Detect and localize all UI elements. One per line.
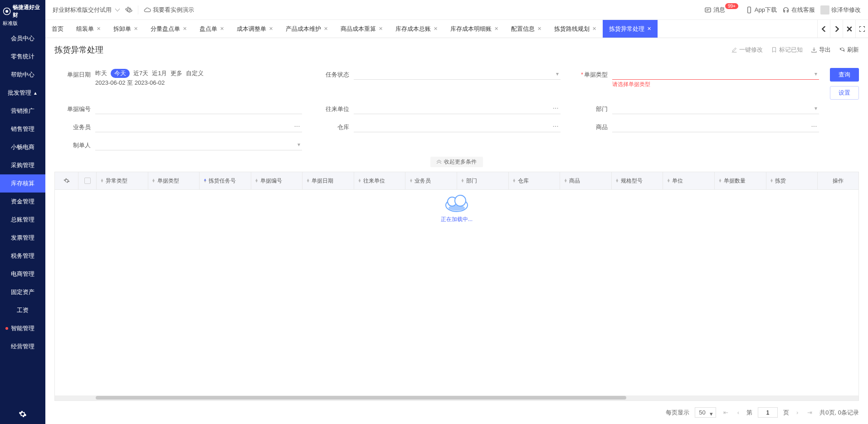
- tab-10[interactable]: 配置信息✕: [505, 20, 548, 38]
- date-shortcut[interactable]: 自定义: [186, 69, 204, 77]
- collapse-filters-button[interactable]: 收起更多条件: [430, 157, 483, 167]
- tab-close-icon[interactable]: ✕: [324, 26, 328, 32]
- tab-close-icon[interactable]: ✕: [97, 26, 101, 32]
- mark-read-button[interactable]: 标记已知: [771, 46, 803, 54]
- close-all-tabs[interactable]: [843, 20, 855, 38]
- tab-close-icon[interactable]: ✕: [183, 26, 187, 32]
- sidebar-item-5[interactable]: 销售管理: [0, 120, 45, 138]
- tab-close-icon[interactable]: ✕: [647, 26, 651, 32]
- sort-icon[interactable]: ▲▼: [667, 179, 670, 183]
- sidebar-item-11[interactable]: 发票管理: [0, 229, 45, 247]
- demo-button[interactable]: 我要看实例演示: [144, 6, 194, 14]
- support-button[interactable]: 在线客服: [782, 6, 815, 14]
- app-title-dropdown[interactable]: 好业财标准版交付试用: [53, 6, 120, 14]
- tab-close-icon[interactable]: ✕: [434, 26, 438, 32]
- sidebar-item-12[interactable]: 税务管理: [0, 247, 45, 265]
- product-input[interactable]: [612, 121, 819, 132]
- date-shortcut[interactable]: 更多: [171, 69, 182, 77]
- user-menu[interactable]: 徐泽华修改: [820, 5, 861, 14]
- tab-4[interactable]: 盘点单✕: [193, 20, 230, 38]
- ellipsis-icon[interactable]: ···: [294, 123, 300, 130]
- column-header[interactable]: ▲▼业务员: [405, 172, 457, 189]
- creator-select[interactable]: [95, 140, 302, 150]
- chevron-down-icon[interactable]: ▾: [297, 141, 300, 148]
- tab-9[interactable]: 库存成本明细账✕: [444, 20, 505, 38]
- column-header[interactable]: ▲▼拣货: [766, 172, 818, 189]
- sidebar-item-10[interactable]: 总账管理: [0, 211, 45, 229]
- sidebar-item-8[interactable]: 库存核算: [0, 174, 45, 193]
- chevron-down-icon[interactable]: ▾: [814, 71, 817, 77]
- ellipsis-icon[interactable]: ···: [553, 123, 559, 130]
- tab-12[interactable]: 拣货异常处理✕: [603, 20, 658, 38]
- query-button[interactable]: 查询: [830, 68, 859, 82]
- sidebar-item-0[interactable]: 会员中心: [0, 29, 45, 48]
- page-first-button[interactable]: ⇤: [722, 409, 730, 416]
- page-prev-button[interactable]: ‹: [736, 409, 741, 416]
- sort-icon[interactable]: ▲▼: [615, 179, 619, 183]
- tab-3[interactable]: 分量盘点单✕: [144, 20, 193, 38]
- tab-6[interactable]: 产品成本维护✕: [279, 20, 334, 38]
- date-shortcut[interactable]: 昨天: [95, 69, 107, 77]
- doc-type-select[interactable]: [612, 69, 819, 80]
- sort-icon[interactable]: ▲▼: [409, 179, 413, 183]
- sort-icon[interactable]: ▲▼: [718, 179, 722, 183]
- tab-5[interactable]: 成本调整单✕: [230, 20, 279, 38]
- column-header[interactable]: ▲▼规格型号: [612, 172, 663, 189]
- sort-icon[interactable]: ▲▼: [564, 179, 567, 183]
- warehouse-input[interactable]: [354, 121, 561, 132]
- sort-icon[interactable]: ▲▼: [255, 179, 258, 183]
- tab-close-icon[interactable]: ✕: [379, 26, 383, 32]
- doc-no-input[interactable]: [95, 103, 302, 114]
- sort-icon[interactable]: ▲▼: [461, 179, 464, 183]
- sort-icon[interactable]: ▲▼: [152, 179, 156, 183]
- sidebar-item-16[interactable]: 智能管理: [0, 319, 45, 337]
- chevron-down-icon[interactable]: ▾: [814, 105, 817, 111]
- sort-icon[interactable]: ▲▼: [770, 179, 774, 183]
- date-shortcut[interactable]: 近1月: [152, 69, 167, 77]
- batch-edit-button[interactable]: 一键修改: [731, 46, 763, 54]
- page-next-button[interactable]: ›: [795, 409, 800, 416]
- per-page-select[interactable]: 50 ▾: [695, 407, 716, 418]
- fullscreen-button[interactable]: [855, 20, 868, 38]
- messages-button[interactable]: 消息 99+: [704, 6, 740, 14]
- select-all-checkbox[interactable]: [78, 172, 97, 189]
- task-status-select[interactable]: [354, 69, 561, 80]
- ellipsis-icon[interactable]: ···: [553, 105, 559, 111]
- column-header[interactable]: ▲▼单据日期: [302, 172, 354, 189]
- column-settings-button[interactable]: [55, 172, 78, 189]
- column-header[interactable]: ▲▼单位: [663, 172, 715, 189]
- tab-0[interactable]: 首页: [45, 20, 70, 38]
- tab-11[interactable]: 拣货路线规划✕: [548, 20, 603, 38]
- sort-icon[interactable]: ▲▼: [512, 179, 516, 183]
- horizontal-scrollbar[interactable]: [54, 395, 859, 401]
- tab-close-icon[interactable]: ✕: [134, 26, 138, 32]
- sidebar-item-7[interactable]: 采购管理: [0, 156, 45, 174]
- refresh-button[interactable]: 刷新: [839, 46, 859, 54]
- tab-close-icon[interactable]: ✕: [494, 26, 498, 32]
- tab-close-icon[interactable]: ✕: [220, 26, 224, 32]
- ellipsis-icon[interactable]: ···: [811, 123, 817, 130]
- salesman-input[interactable]: [95, 121, 302, 132]
- date-shortcut[interactable]: 今天: [111, 69, 130, 78]
- column-header[interactable]: ▲▼单据编号: [251, 172, 303, 189]
- sort-icon[interactable]: ▲▼: [306, 179, 310, 183]
- sidebar-item-1[interactable]: 零售统计: [0, 48, 45, 66]
- sidebar-item-3[interactable]: 批发管理▲: [0, 84, 45, 102]
- tabs-scroll-left[interactable]: [817, 20, 830, 38]
- tab-1[interactable]: 组装单✕: [70, 20, 107, 38]
- page-number-input[interactable]: [758, 407, 778, 418]
- column-header[interactable]: ▲▼商品: [560, 172, 612, 189]
- top-settings-button[interactable]: [125, 6, 132, 14]
- partner-input[interactable]: [354, 103, 561, 114]
- column-header[interactable]: ▲▼部门: [457, 172, 509, 189]
- sidebar-item-13[interactable]: 电商管理: [0, 265, 45, 283]
- filter-settings-button[interactable]: 设置: [830, 86, 859, 100]
- tab-close-icon[interactable]: ✕: [269, 26, 273, 32]
- tab-2[interactable]: 拆卸单✕: [107, 20, 144, 38]
- department-select[interactable]: [612, 103, 819, 114]
- tab-7[interactable]: 商品成本重算✕: [334, 20, 389, 38]
- tab-8[interactable]: 库存成本总账✕: [389, 20, 444, 38]
- sidebar-item-4[interactable]: 营销推广: [0, 102, 45, 120]
- column-header[interactable]: ▲▼异常类型: [97, 172, 148, 189]
- tabs-scroll-right[interactable]: [830, 20, 843, 38]
